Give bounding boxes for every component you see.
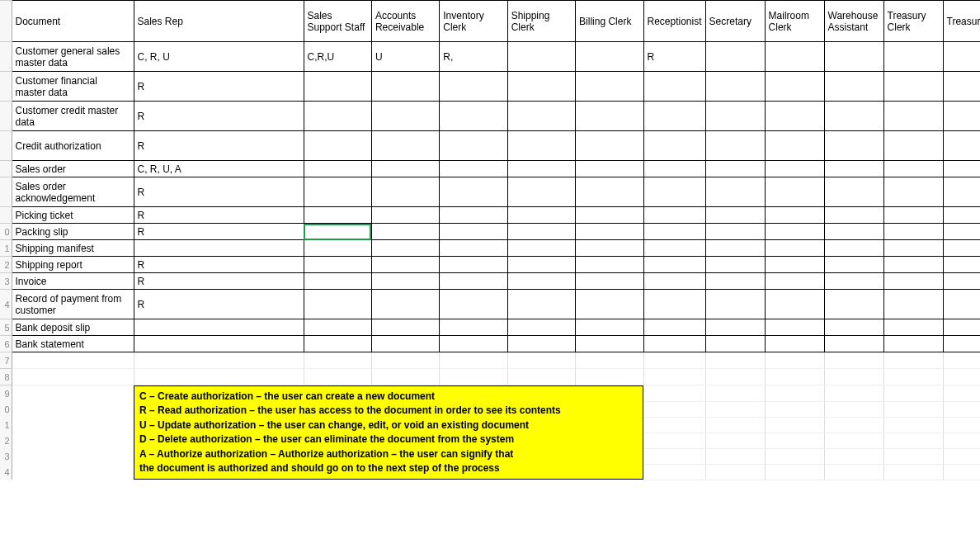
empty-cell[interactable]: [134, 369, 304, 385]
matrix-cell[interactable]: [943, 319, 980, 336]
empty-cell[interactable]: [943, 464, 980, 480]
matrix-cell[interactable]: [705, 42, 765, 72]
empty-cell[interactable]: [824, 369, 883, 385]
matrix-cell[interactable]: R: [134, 131, 304, 161]
matrix-cell[interactable]: [304, 240, 371, 257]
empty-cell[interactable]: [440, 369, 507, 385]
matrix-cell[interactable]: [824, 273, 883, 290]
empty-cell[interactable]: [134, 352, 304, 369]
matrix-cell[interactable]: [883, 240, 943, 257]
matrix-cell[interactable]: [883, 257, 943, 273]
matrix-cell[interactable]: [824, 177, 883, 207]
matrix-cell[interactable]: [576, 224, 643, 240]
doc-cell[interactable]: Shipping manifest: [12, 240, 134, 257]
doc-cell[interactable]: Bank deposit slip: [12, 319, 134, 336]
matrix-cell[interactable]: [507, 224, 575, 240]
matrix-cell[interactable]: [824, 72, 883, 102]
matrix-cell[interactable]: [824, 257, 883, 273]
matrix-cell[interactable]: [304, 319, 371, 336]
matrix-cell[interactable]: [507, 240, 575, 257]
empty-cell[interactable]: [824, 401, 883, 417]
matrix-cell[interactable]: [824, 161, 883, 177]
empty-cell[interactable]: [705, 448, 765, 464]
matrix-cell[interactable]: [943, 72, 980, 102]
doc-cell[interactable]: Bank statement: [12, 336, 134, 352]
matrix-cell[interactable]: [304, 257, 371, 273]
matrix-cell[interactable]: [371, 177, 439, 207]
matrix-cell[interactable]: [943, 131, 980, 161]
matrix-cell[interactable]: [643, 177, 705, 207]
matrix-cell[interactable]: [440, 161, 507, 177]
matrix-cell[interactable]: R: [134, 257, 304, 273]
doc-cell[interactable]: Shipping report: [12, 257, 134, 273]
matrix-cell[interactable]: [643, 102, 705, 131]
empty-cell[interactable]: [824, 417, 883, 433]
matrix-cell[interactable]: [765, 273, 824, 290]
matrix-cell[interactable]: [705, 161, 765, 177]
doc-cell[interactable]: Record of payment from customer: [12, 290, 134, 319]
matrix-cell[interactable]: [883, 131, 943, 161]
matrix-cell[interactable]: [943, 336, 980, 352]
matrix-cell[interactable]: [440, 240, 507, 257]
matrix-cell[interactable]: [371, 72, 439, 102]
empty-cell[interactable]: [705, 417, 765, 433]
matrix-cell[interactable]: [943, 177, 980, 207]
matrix-cell[interactable]: [705, 319, 765, 336]
empty-cell[interactable]: [643, 385, 705, 402]
matrix-cell[interactable]: R: [134, 72, 304, 102]
matrix-cell[interactable]: [943, 161, 980, 177]
empty-cell[interactable]: [883, 433, 943, 448]
matrix-cell[interactable]: [643, 290, 705, 319]
matrix-cell[interactable]: [883, 177, 943, 207]
matrix-cell[interactable]: [643, 224, 705, 240]
matrix-cell[interactable]: [943, 273, 980, 290]
doc-cell[interactable]: Invoice: [12, 273, 134, 290]
matrix-cell[interactable]: [824, 240, 883, 257]
matrix-cell[interactable]: [824, 336, 883, 352]
empty-cell[interactable]: [576, 369, 643, 385]
matrix-cell[interactable]: [765, 224, 824, 240]
matrix-cell[interactable]: R,: [440, 42, 507, 72]
matrix-cell[interactable]: [705, 290, 765, 319]
matrix-cell[interactable]: [643, 207, 705, 224]
matrix-cell[interactable]: [643, 336, 705, 352]
matrix-cell[interactable]: [883, 319, 943, 336]
empty-cell[interactable]: [824, 352, 883, 369]
matrix-cell[interactable]: R: [134, 224, 304, 240]
empty-cell[interactable]: [643, 417, 705, 433]
matrix-cell[interactable]: [304, 224, 371, 240]
matrix-cell[interactable]: [943, 102, 980, 131]
matrix-cell[interactable]: [507, 72, 575, 102]
matrix-cell[interactable]: [371, 161, 439, 177]
matrix-cell[interactable]: [824, 131, 883, 161]
matrix-cell[interactable]: [304, 131, 371, 161]
matrix-cell[interactable]: [576, 336, 643, 352]
empty-cell[interactable]: [765, 369, 824, 385]
empty-cell[interactable]: [507, 369, 575, 385]
empty-cell[interactable]: [765, 464, 824, 480]
matrix-cell[interactable]: [576, 207, 643, 224]
empty-cell[interactable]: [765, 385, 824, 402]
matrix-cell[interactable]: [705, 273, 765, 290]
matrix-cell[interactable]: [440, 72, 507, 102]
doc-cell[interactable]: Customer credit master data: [12, 102, 134, 131]
matrix-cell[interactable]: [507, 42, 575, 72]
doc-cell[interactable]: Customer general sales master data: [12, 42, 134, 72]
matrix-cell[interactable]: [643, 319, 705, 336]
matrix-cell[interactable]: R: [134, 102, 304, 131]
matrix-cell[interactable]: [824, 42, 883, 72]
matrix-cell[interactable]: [440, 131, 507, 161]
matrix-cell[interactable]: [883, 42, 943, 72]
matrix-cell[interactable]: R: [134, 273, 304, 290]
matrix-cell[interactable]: [440, 290, 507, 319]
matrix-cell[interactable]: [440, 336, 507, 352]
matrix-cell[interactable]: [824, 319, 883, 336]
matrix-cell[interactable]: [507, 336, 575, 352]
matrix-cell[interactable]: [576, 72, 643, 102]
matrix-cell[interactable]: [765, 177, 824, 207]
matrix-cell[interactable]: [507, 177, 575, 207]
empty-cell[interactable]: [943, 448, 980, 464]
matrix-cell[interactable]: [440, 207, 507, 224]
matrix-cell[interactable]: [765, 207, 824, 224]
matrix-cell[interactable]: [883, 336, 943, 352]
